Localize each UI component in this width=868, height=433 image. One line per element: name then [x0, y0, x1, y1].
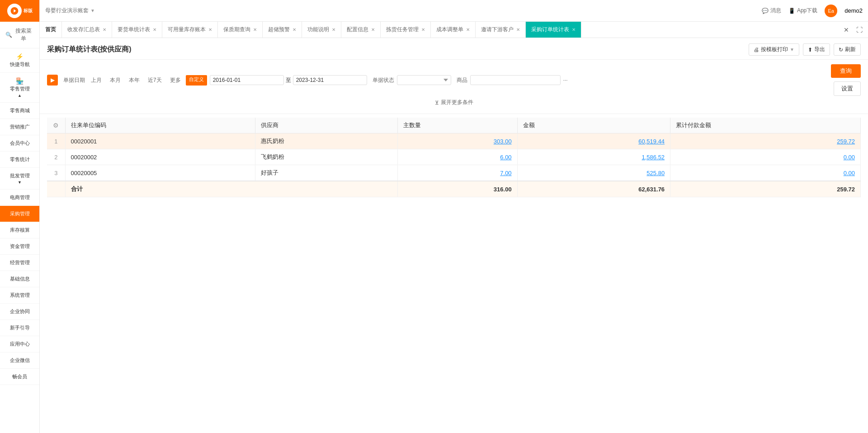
topbar-actions: 💬 消息 📱 App下载 Ea demo2 [762, 5, 863, 17]
export-button[interactable]: ⬆ 导出 [803, 43, 830, 56]
tab-overstock-close-icon[interactable]: ✕ [292, 27, 296, 32]
query-button[interactable]: 查询 [831, 64, 861, 78]
col-supplier-header: 供应商 [255, 118, 398, 133]
status-select[interactable] [397, 75, 451, 85]
tab-collect-send-close-icon[interactable]: ✕ [103, 27, 106, 32]
product-input[interactable] [470, 75, 561, 85]
filter-toggle-button[interactable]: ▶ [47, 75, 58, 86]
expand-more-button[interactable]: ⊻ 展开更多条件 [435, 99, 473, 106]
row-3-quantity-link[interactable]: 7.00 [500, 170, 511, 176]
tab-purchase-stats-close-icon[interactable]: ✕ [572, 27, 576, 32]
app-download-button[interactable]: 📱 App下载 [788, 7, 817, 14]
table-footer: 合计 316.00 62,631.76 259.72 [47, 181, 861, 197]
sidebar-item-wechat[interactable]: 企业微信 [0, 352, 39, 369]
tab-overstock[interactable]: 超储预警 ✕ [263, 22, 302, 38]
tab-config-label: 配置信息 [347, 26, 368, 33]
page-container: 采购订单统计表(按供应商) 🖨 按模板打印 ▼ ⬆ 导出 ↻ 刷新 [40, 38, 868, 433]
tab-config-close-icon[interactable]: ✕ [371, 27, 375, 32]
tab-available-stock[interactable]: 可用量库存账本 ✕ [162, 22, 218, 38]
tab-shelf-life-close-icon[interactable]: ✕ [253, 27, 257, 32]
row-1-quantity-link[interactable]: 303.00 [494, 138, 512, 145]
sidebar-item-marketing[interactable]: 营销推广 [0, 119, 39, 135]
sidebar-item-retail[interactable]: 🏪 零售管理 ▲ [0, 73, 39, 103]
row-1-paid-link[interactable]: 259.72 [837, 138, 855, 145]
sidebar-item-finance[interactable]: 资金管理 [0, 238, 39, 255]
sidebar-item-app-center[interactable]: 应用中心 [0, 336, 39, 352]
column-settings-icon[interactable]: ⚙ [53, 122, 59, 129]
tab-cost-adjust[interactable]: 成本调整单 ✕ [431, 22, 476, 38]
tab-function-desc[interactable]: 功能说明 ✕ [302, 22, 341, 38]
date-range-inputs: 至 [210, 75, 367, 85]
tab-invite-downstream-label: 邀请下游客户 [481, 26, 514, 33]
company-dropdown-icon[interactable]: ▼ [90, 8, 95, 13]
date-shortcut-more[interactable]: 更多 [167, 75, 184, 86]
tab-picking-task[interactable]: 拣货任务管理 ✕ [381, 22, 431, 38]
tab-invite-downstream-close-icon[interactable]: ✕ [516, 27, 520, 32]
tab-purchase-stats[interactable]: 采购订单统计表 ✕ [526, 22, 581, 38]
sidebar-item-guide[interactable]: 新手引导 [0, 320, 39, 336]
table-row[interactable]: 3 00020005 好孩子 7.00 525.80 0.00 [47, 165, 861, 181]
row-3-paid-link[interactable]: 0.00 [844, 170, 855, 176]
filter-area: ▶ 单据日期 上月 本月 本年 近7天 更多 自定义 [40, 60, 868, 114]
app-center-label: 应用中心 [10, 341, 30, 347]
row-2-amount-link[interactable]: 1,586.52 [642, 154, 665, 161]
ecommerce-label: 电商管理 [10, 194, 30, 201]
template-print-button[interactable]: 🖨 按模板打印 ▼ [749, 43, 799, 56]
product-more-button[interactable]: ··· [563, 77, 568, 83]
sidebar-item-retail-shop[interactable]: 零售商城 [0, 103, 39, 119]
sidebar-item-inventory[interactable]: 库存核算 [0, 222, 39, 238]
tab-config[interactable]: 配置信息 ✕ [341, 22, 381, 38]
row-1-paid: 259.72 [670, 133, 861, 149]
tab-goods-stats-close-icon[interactable]: ✕ [153, 27, 156, 32]
row-2-paid-link[interactable]: 0.00 [844, 154, 855, 161]
sidebar-item-enterprise[interactable]: 企业协同 [0, 304, 39, 320]
date-to-input[interactable] [293, 75, 367, 85]
tab-function-desc-close-icon[interactable]: ✕ [332, 27, 335, 32]
sidebar-item-basic[interactable]: 基础信息 [0, 271, 39, 287]
date-shortcut-last-month[interactable]: 上月 [88, 75, 105, 86]
row-2-quantity-link[interactable]: 6.00 [500, 154, 511, 161]
quick-nav-icon: ⚡ [16, 53, 24, 60]
tab-maximize-button[interactable]: ⛶ [854, 25, 864, 34]
sidebar-item-member2[interactable]: 畅会员 [0, 369, 39, 385]
date-shortcut-custom[interactable]: 自定义 [186, 75, 207, 86]
user-avatar[interactable]: Ea [825, 5, 837, 17]
download-icon: 📱 [788, 8, 795, 14]
settings-button[interactable]: 设置 [834, 81, 861, 96]
sidebar-item-member[interactable]: 会员中心 [0, 135, 39, 152]
tab-close-all-button[interactable]: ✕ [842, 25, 851, 34]
table-row[interactable]: 2 00020002 飞鹤奶粉 6.00 1,586.52 0.00 [47, 149, 861, 165]
tab-picking-task-close-icon[interactable]: ✕ [421, 27, 425, 32]
sidebar-item-wholesale[interactable]: 批发管理 ▼ [0, 168, 39, 190]
message-button[interactable]: 💬 消息 [762, 7, 781, 14]
sidebar-item-quick-nav[interactable]: ⚡ 快捷导航 [0, 48, 39, 73]
quick-nav-label: 快捷导航 [10, 61, 30, 68]
tab-collect-send[interactable]: 收发存汇总表 ✕ [62, 22, 112, 38]
tab-available-stock-close-icon[interactable]: ✕ [208, 27, 212, 32]
export-icon: ⬆ [808, 47, 812, 53]
sidebar-item-ecommerce[interactable]: 电商管理 [0, 190, 39, 206]
table-row[interactable]: 1 00020001 惠氏奶粉 303.00 60,519.44 259.72 [47, 133, 861, 149]
summary-quantity: 316.00 [397, 181, 517, 197]
sidebar-item-purchase[interactable]: 采购管理 [0, 206, 39, 222]
search-menu-button[interactable]: 🔍 搜索菜单 [4, 25, 36, 44]
summary-amount: 62,631.76 [517, 181, 670, 197]
sidebar-item-system[interactable]: 系统管理 [0, 287, 39, 304]
tab-goods-stats[interactable]: 要货单统计表 ✕ [112, 22, 162, 38]
basic-label: 基础信息 [10, 276, 30, 282]
tab-shelf-life[interactable]: 保质期查询 ✕ [218, 22, 263, 38]
sidebar-item-ops[interactable]: 经营管理 [0, 255, 39, 271]
tab-cost-adjust-close-icon[interactable]: ✕ [466, 27, 470, 32]
tab-home[interactable]: 首页 [40, 22, 62, 38]
col-amount-header: 金额 [517, 118, 670, 133]
date-shortcut-7days[interactable]: 近7天 [145, 75, 165, 86]
tab-invite-downstream[interactable]: 邀请下游客户 ✕ [476, 22, 526, 38]
sidebar-item-retail-stats[interactable]: 零售统计 [0, 152, 39, 168]
date-shortcut-this-year[interactable]: 本年 [126, 75, 143, 86]
date-shortcut-this-month[interactable]: 本月 [107, 75, 124, 86]
refresh-button[interactable]: ↻ 刷新 [834, 43, 861, 56]
row-1-amount-link[interactable]: 60,519.44 [638, 138, 665, 145]
col-code-header: 往来单位编码 [65, 118, 255, 133]
row-3-amount-link[interactable]: 525.80 [646, 170, 665, 176]
date-from-input[interactable] [210, 75, 284, 85]
